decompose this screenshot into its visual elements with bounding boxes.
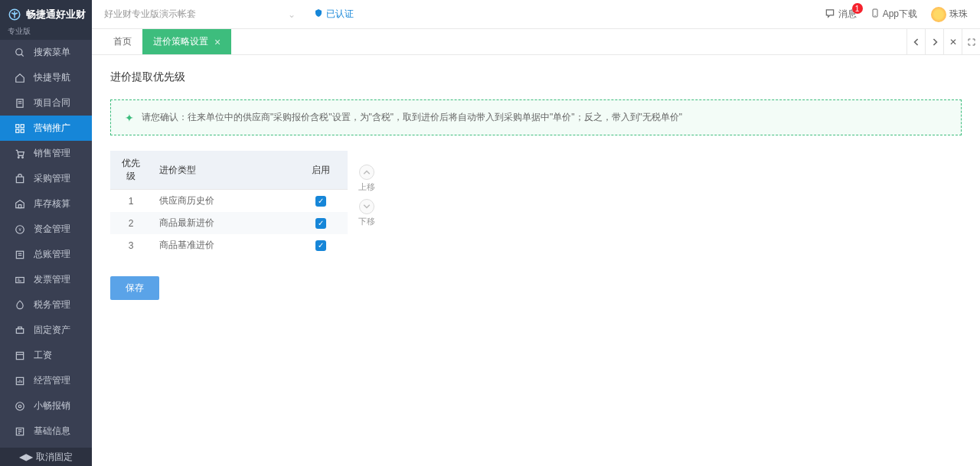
info-text: 请您确认：往来单位中的供应商"采购报价含税"设置，为"含税"，取到进价后将自动带… [142, 111, 682, 124]
user-name: 珠珠 [949, 8, 968, 21]
operations-icon [14, 375, 26, 387]
sidebar-item-salary[interactable]: 工资 [0, 343, 92, 368]
sidebar-item-label: 发票管理 [34, 273, 70, 286]
svg-point-1 [16, 48, 22, 54]
move-down-group: 下移 [358, 199, 375, 227]
svg-rect-8 [16, 129, 19, 132]
brand-edition: 专业版 [0, 26, 92, 40]
info-box: ✦ 请您确认：往来单位中的供应商"采购报价含税"设置，为"含税"，取到进价后将自… [110, 99, 962, 135]
main-area: 好业财专业版演示帐套 ⌄ 已认证 消息 1 App下载 珠珠 [92, 0, 980, 466]
sidebar-item-sales[interactable]: 销售管理 [0, 141, 92, 166]
tab-close-all-button[interactable]: ✕ [943, 29, 962, 55]
tab-prev-button[interactable] [906, 29, 925, 55]
sidebar-item-tax[interactable]: 税务管理 [0, 292, 92, 318]
svg-text:¥: ¥ [18, 227, 21, 232]
sidebar-item-basic-info[interactable]: 基础信息 [0, 419, 92, 444]
move-controls: 上移 下移 [358, 151, 375, 227]
sidebar-item-label: 工资 [34, 349, 52, 362]
sidebar-item-label: 固定资产 [34, 324, 70, 337]
app-download-action[interactable]: App下载 [871, 8, 917, 21]
sidebar-item-funds[interactable]: ¥ 资金管理 [0, 217, 92, 242]
checkbox-checked[interactable]: ✓ [315, 218, 326, 229]
table-wrap: 优先级 进价类型 启用 1 供应商历史价 ✓ 2 商品最新进价 ✓ [110, 151, 962, 256]
cell-priority: 3 [110, 234, 152, 256]
search-icon [14, 47, 26, 59]
messages-count: 1 [852, 3, 863, 14]
price-table: 优先级 进价类型 启用 1 供应商历史价 ✓ 2 商品最新进价 ✓ [110, 151, 348, 256]
sidebar-item-operations[interactable]: 经营管理 [0, 368, 92, 393]
svg-rect-13 [18, 204, 21, 207]
sidebar-item-search[interactable]: 搜索菜单 [0, 40, 92, 65]
fullscreen-button[interactable] [962, 29, 980, 55]
sidebar-item-marketing[interactable]: 营销推广 [0, 116, 92, 141]
certified-badge[interactable]: 已认证 [314, 8, 354, 21]
move-down-button[interactable] [359, 199, 374, 214]
invoice-icon [14, 274, 26, 286]
sidebar-item-label: 营销推广 [34, 122, 70, 135]
checkbox-checked[interactable]: ✓ [315, 196, 326, 207]
account-selector[interactable]: 好业财专业版演示帐套 ⌄ [104, 8, 296, 21]
info-icon: ✦ [125, 112, 134, 124]
sidebar-item-label: 快捷导航 [34, 71, 70, 84]
logo-area[interactable]: 畅捷通好业财 [0, 0, 92, 29]
table-row[interactable]: 2 商品最新进价 ✓ [110, 212, 348, 234]
close-icon[interactable]: × [214, 37, 220, 47]
assets-icon [14, 324, 26, 337]
move-up-button[interactable] [359, 165, 374, 180]
basicinfo-icon [14, 425, 26, 438]
svg-rect-23 [18, 327, 22, 328]
sidebar-item-project-contract[interactable]: 项目合同 [0, 90, 92, 116]
cell-type: 商品基准进价 [152, 234, 294, 256]
chevron-down-icon: ⌄ [288, 9, 296, 20]
sales-icon [14, 148, 26, 160]
cell-priority: 2 [110, 212, 152, 234]
tab-next-button[interactable] [925, 29, 943, 55]
sidebar-item-label: 项目合同 [34, 96, 70, 109]
tab-controls: ✕ [906, 29, 980, 54]
certified-label: 已认证 [326, 8, 354, 21]
sidebar-item-inventory[interactable]: 库存核算 [0, 191, 92, 217]
sidebar-item-invoice[interactable]: 发票管理 [0, 267, 92, 292]
sidebar-item-ledger[interactable]: 总账管理 [0, 242, 92, 267]
sidebar-item-fixed-assets[interactable]: 固定资产 [0, 318, 92, 343]
message-icon [825, 8, 835, 21]
account-name: 好业财专业版演示帐套 [104, 8, 196, 21]
col-type: 进价类型 [152, 151, 294, 190]
user-menu[interactable]: 珠珠 [931, 7, 968, 22]
table-header-row: 优先级 进价类型 启用 [110, 151, 348, 190]
svg-rect-7 [21, 124, 24, 127]
contract-icon [14, 97, 26, 109]
table-row[interactable]: 3 商品基准进价 ✓ [110, 234, 348, 256]
table-row[interactable]: 1 供应商历史价 ✓ [110, 190, 348, 213]
svg-point-11 [22, 156, 24, 158]
sidebar-item-shortcut[interactable]: 快捷导航 [0, 65, 92, 90]
cell-type: 商品最新进价 [152, 212, 294, 234]
svg-point-30 [16, 402, 24, 410]
pin-icon: ◀▶ [19, 451, 33, 462]
sidebar-item-label: 采购管理 [34, 172, 70, 185]
svg-rect-12 [16, 177, 23, 183]
sidebar-item-label: 销售管理 [34, 147, 70, 160]
svg-line-2 [21, 54, 24, 56]
brand-icon [8, 8, 21, 21]
sidebar-item-label: 库存核算 [34, 197, 70, 210]
sidebar-footer-label: 取消固定 [36, 451, 73, 464]
messages-action[interactable]: 消息 1 [825, 8, 857, 21]
marketing-icon [14, 122, 26, 135]
checkbox-checked[interactable]: ✓ [315, 240, 326, 251]
tab-price-strategy[interactable]: 进价策略设置 × [142, 29, 231, 54]
sidebar-item-purchase[interactable]: 采购管理 [0, 166, 92, 191]
sidebar-footer-toggle[interactable]: ◀▶ 取消固定 [0, 448, 92, 466]
tab-home[interactable]: 首页 [103, 29, 142, 54]
logo-block: 畅捷通好业财 专业版 [0, 0, 92, 40]
phone-icon [871, 8, 880, 21]
sidebar-item-reimburse[interactable]: 小畅报销 [0, 393, 92, 419]
sidebar-item-label: 资金管理 [34, 223, 70, 236]
svg-rect-22 [16, 328, 23, 333]
save-button[interactable]: 保存 [110, 276, 159, 300]
svg-rect-6 [16, 124, 19, 127]
ledger-icon [14, 249, 26, 261]
move-up-group: 上移 [358, 165, 375, 193]
brand-name: 畅捷通好业财 [26, 8, 86, 21]
sidebar-item-label: 搜索菜单 [34, 46, 70, 59]
